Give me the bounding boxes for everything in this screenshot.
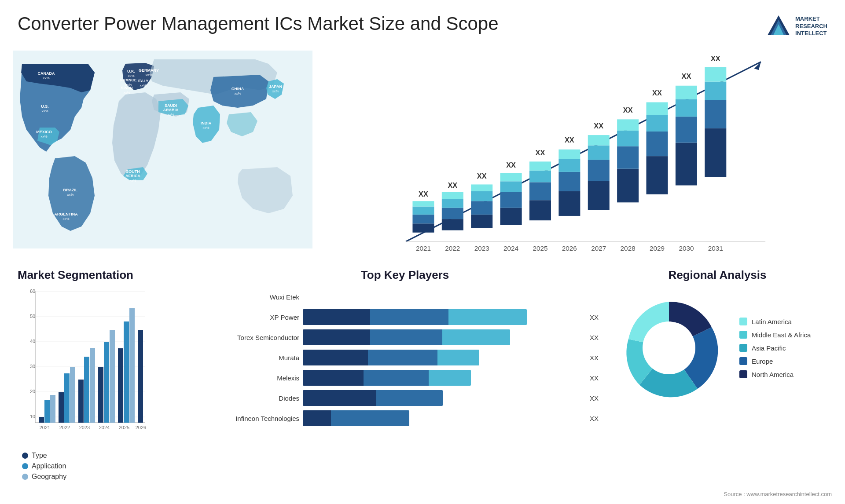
svg-rect-72 bbox=[588, 135, 610, 145]
player-xx-xp: XX bbox=[590, 314, 599, 321]
svg-rect-46 bbox=[442, 199, 463, 208]
svg-text:xx%: xx% bbox=[140, 84, 146, 88]
svg-text:xx%: xx% bbox=[43, 76, 49, 80]
svg-rect-77 bbox=[617, 119, 639, 131]
svg-rect-89 bbox=[705, 128, 726, 177]
svg-text:20: 20 bbox=[30, 389, 35, 394]
svg-rect-132 bbox=[124, 321, 129, 423]
svg-text:XX: XX bbox=[711, 55, 720, 62]
svg-text:XX: XX bbox=[623, 106, 633, 114]
svg-rect-120 bbox=[44, 400, 50, 423]
svg-text:xx%: xx% bbox=[202, 126, 209, 130]
player-bar-diodes bbox=[303, 390, 583, 406]
regional-legend-apac: Asia Pacific bbox=[739, 344, 811, 352]
regional-legend-mea: Middle East & Africa bbox=[739, 331, 811, 339]
map-container: CANADA xx% U.S. xx% MEXICO xx% BRAZIL xx… bbox=[13, 48, 312, 259]
svg-rect-71 bbox=[588, 146, 610, 160]
svg-rect-129 bbox=[104, 342, 109, 423]
segmentation-section: Market Segmentation 60 50 40 30 20 10 bbox=[18, 268, 202, 471]
svg-rect-51 bbox=[471, 191, 492, 201]
mea-color bbox=[739, 331, 747, 339]
svg-text:2029: 2029 bbox=[650, 245, 665, 252]
svg-text:XX: XX bbox=[594, 122, 603, 130]
header: Converter Power Management ICs Market Si… bbox=[0, 0, 845, 44]
svg-text:2023: 2023 bbox=[79, 425, 90, 430]
svg-text:xx%: xx% bbox=[123, 91, 130, 95]
svg-text:xx%: xx% bbox=[167, 113, 174, 117]
logo-area: MARKET RESEARCH INTELLECT bbox=[765, 13, 827, 40]
svg-rect-42 bbox=[412, 201, 434, 206]
svg-text:xx%: xx% bbox=[128, 74, 134, 78]
svg-rect-79 bbox=[647, 156, 668, 194]
svg-text:xx%: xx% bbox=[41, 109, 48, 113]
player-row-murata: Murata XX bbox=[211, 350, 599, 365]
svg-text:XX: XX bbox=[477, 172, 487, 180]
svg-rect-50 bbox=[471, 201, 492, 215]
svg-text:xx%: xx% bbox=[129, 179, 136, 183]
svg-rect-52 bbox=[471, 184, 492, 191]
player-xx-infineon: XX bbox=[590, 415, 599, 422]
svg-rect-121 bbox=[50, 395, 55, 423]
svg-text:xx%: xx% bbox=[272, 89, 279, 93]
svg-rect-54 bbox=[500, 208, 522, 225]
svg-text:ARGENTINA: ARGENTINA bbox=[54, 212, 78, 216]
svg-text:10: 10 bbox=[30, 414, 35, 419]
svg-text:SAUDI: SAUDI bbox=[165, 103, 177, 108]
donut-chart bbox=[607, 286, 731, 409]
svg-text:FRANCE: FRANCE bbox=[120, 78, 137, 82]
regional-chart-area: Latin America Middle East & Africa Asia … bbox=[607, 286, 827, 409]
seg-legend-type: Type bbox=[22, 452, 202, 460]
donut-svg bbox=[607, 286, 731, 409]
svg-text:SPAIN: SPAIN bbox=[121, 86, 133, 90]
svg-rect-87 bbox=[676, 86, 697, 99]
svg-text:CANADA: CANADA bbox=[38, 71, 55, 76]
svg-rect-64 bbox=[558, 191, 580, 216]
svg-rect-39 bbox=[412, 223, 434, 232]
svg-text:SOUTH: SOUTH bbox=[126, 169, 140, 174]
player-name-infineon: Infineon Technologies bbox=[211, 415, 299, 422]
top-row: CANADA xx% U.S. xx% MEXICO xx% BRAZIL xx… bbox=[9, 44, 836, 264]
svg-text:xx%: xx% bbox=[234, 91, 241, 95]
application-dot bbox=[22, 463, 28, 469]
svg-rect-125 bbox=[78, 380, 84, 423]
geography-dot bbox=[22, 474, 28, 480]
svg-text:BRAZIL: BRAZIL bbox=[63, 188, 78, 192]
svg-rect-119 bbox=[39, 417, 44, 423]
svg-text:xx%: xx% bbox=[67, 193, 73, 197]
player-name-torex: Torex Semiconductor bbox=[211, 334, 299, 341]
svg-rect-130 bbox=[110, 330, 115, 423]
svg-rect-134 bbox=[138, 330, 143, 423]
svg-text:xx%: xx% bbox=[145, 73, 152, 77]
svg-text:U.K.: U.K. bbox=[127, 69, 135, 73]
svg-rect-45 bbox=[442, 208, 463, 219]
svg-rect-49 bbox=[471, 215, 492, 228]
svg-text:U.S.: U.S. bbox=[41, 104, 49, 109]
svg-rect-91 bbox=[705, 82, 726, 100]
player-row-xp: XP Power XX bbox=[211, 309, 599, 325]
svg-text:ARABIA: ARABIA bbox=[163, 108, 179, 112]
europe-label: Europe bbox=[752, 358, 773, 365]
bottom-row: Market Segmentation 60 50 40 30 20 10 bbox=[9, 264, 836, 475]
svg-rect-124 bbox=[70, 367, 75, 423]
na-color bbox=[739, 370, 747, 378]
svg-text:2028: 2028 bbox=[621, 245, 636, 252]
player-bar-infineon bbox=[303, 410, 583, 426]
svg-text:2024: 2024 bbox=[99, 425, 110, 430]
regional-legend-europe: Europe bbox=[739, 357, 811, 365]
svg-text:2024: 2024 bbox=[503, 245, 519, 252]
svg-rect-65 bbox=[558, 172, 580, 191]
seg-chart-container: 60 50 40 30 20 10 bbox=[18, 286, 202, 449]
svg-text:xx%: xx% bbox=[40, 135, 47, 139]
europe-color bbox=[739, 357, 747, 365]
svg-rect-86 bbox=[676, 99, 697, 117]
svg-rect-70 bbox=[588, 160, 610, 181]
svg-text:2026: 2026 bbox=[562, 245, 577, 252]
regional-legend-na: North America bbox=[739, 370, 811, 378]
svg-rect-66 bbox=[558, 159, 580, 172]
svg-rect-76 bbox=[617, 131, 639, 146]
svg-rect-44 bbox=[442, 219, 463, 230]
latin-america-label: Latin America bbox=[752, 318, 792, 325]
svg-text:xx%: xx% bbox=[62, 217, 69, 221]
svg-text:40: 40 bbox=[30, 339, 35, 344]
svg-text:AFRICA: AFRICA bbox=[125, 174, 140, 178]
